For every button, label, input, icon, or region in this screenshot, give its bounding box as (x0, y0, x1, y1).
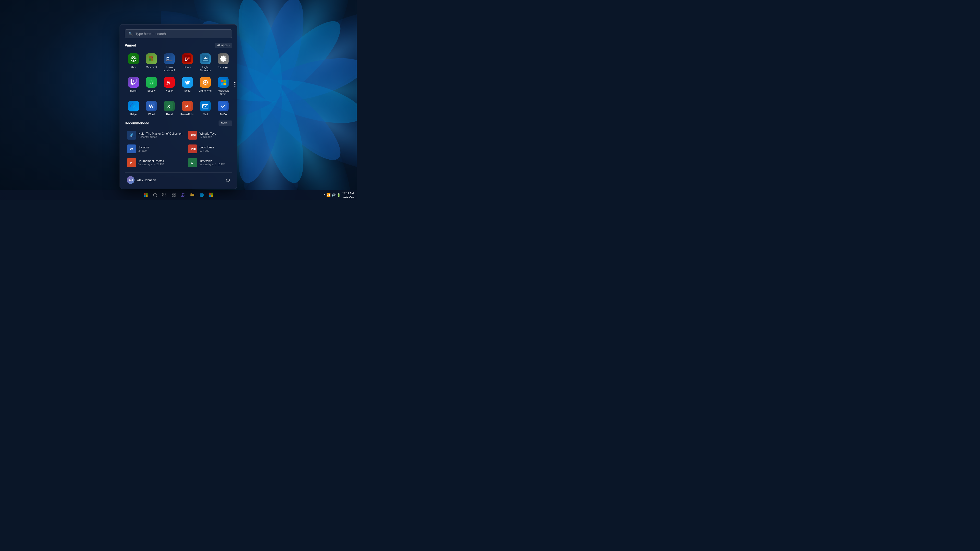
taskbar-center-icons (142, 191, 215, 199)
all-apps-button[interactable]: All apps › (215, 43, 232, 48)
timetable-icon: X (188, 158, 197, 167)
recommended-grid: HALO Halo: The Master Chief Collection R… (125, 129, 232, 169)
tournament-time: Yesterday at 4:24 PM (138, 163, 182, 166)
taskbar-widgets-button[interactable] (170, 191, 178, 199)
taskbar-search-button[interactable] (151, 191, 159, 199)
spotify-icon (146, 77, 157, 88)
pinned-app-grid: Xbox Minecraft (125, 51, 232, 118)
syllabus-icon: W (127, 144, 136, 153)
settings-icon (218, 53, 229, 64)
minecraft-icon (146, 53, 157, 64)
app-item-spotify[interactable]: Spotify (143, 75, 160, 97)
syllabus-time: 2h ago (138, 149, 182, 152)
pinned-section-header: Pinned All apps › (125, 43, 232, 48)
start-menu-bottom-row: AJ Alex Johnson (125, 172, 232, 185)
rec-item-tournament[interactable]: P Tournament Photos Yesterday at 4:24 PM (125, 156, 185, 169)
app-item-word[interactable]: W Word (143, 98, 160, 118)
svg-point-39 (148, 79, 154, 85)
wifi-icon[interactable]: 📶 (326, 193, 331, 197)
start-button[interactable] (142, 191, 150, 199)
app-item-twitch[interactable]: Twitch (125, 75, 142, 97)
rec-item-halo[interactable]: HALO Halo: The Master Chief Collection R… (125, 129, 185, 141)
app-item-netflix[interactable]: N Netflix (161, 75, 178, 97)
recommended-section: Recommended More › HALO (125, 121, 232, 169)
svg-rect-29 (150, 57, 150, 58)
crunchyroll-icon (200, 77, 211, 88)
edge-icon (128, 101, 139, 111)
battery-icon[interactable]: 🔋 (337, 193, 340, 197)
mail-label: Mail (203, 113, 208, 116)
tournament-icon: P (127, 158, 136, 167)
svg-rect-92 (191, 194, 194, 196)
rec-item-wingtip[interactable]: PDF Wingtip Toys 17min ago (186, 129, 232, 141)
edge-label: Edge (130, 113, 137, 116)
svg-text:P: P (130, 161, 132, 165)
svg-point-45 (204, 81, 206, 84)
app-item-crunchyroll[interactable]: Crunchyroll (196, 75, 214, 97)
svg-rect-83 (165, 193, 166, 194)
taskbar-taskview-button[interactable] (161, 191, 168, 199)
system-clock[interactable]: 11:11 AM 10/20/21 (342, 191, 354, 199)
twitch-label: Twitch (130, 89, 137, 92)
twitch-icon (128, 77, 139, 88)
netflix-label: Netflix (165, 89, 173, 92)
more-button[interactable]: More › (218, 121, 232, 126)
mail-icon (200, 101, 211, 111)
svg-rect-79 (146, 195, 148, 197)
svg-rect-28 (151, 59, 153, 61)
app-item-doom[interactable]: D Doom (178, 51, 196, 74)
chevron-right-icon-more: › (229, 121, 229, 125)
app-item-edge[interactable]: Edge (125, 98, 142, 118)
svg-rect-88 (172, 195, 173, 197)
svg-rect-76 (144, 193, 146, 195)
taskbar-store-button[interactable] (207, 191, 215, 199)
rec-item-logo[interactable]: PDF Logo Ideas 12h ago (186, 143, 232, 155)
app-item-twitter[interactable]: Twitter (178, 75, 196, 97)
settings-label: Settings (218, 66, 228, 69)
svg-point-80 (153, 193, 156, 196)
app-item-ppt[interactable]: P PowerPoint (178, 98, 196, 118)
rec-item-syllabus[interactable]: W Syllabus 2h ago (125, 143, 185, 155)
halo-name: Halo: The Master Chief Collection (138, 132, 182, 135)
app-item-excel[interactable]: X Excel (161, 98, 178, 118)
app-item-settings[interactable]: Settings (215, 51, 232, 74)
page-dot-1 (234, 82, 235, 83)
taskbar-explorer-button[interactable] (188, 191, 196, 199)
power-button[interactable] (224, 176, 232, 184)
svg-rect-85 (165, 195, 166, 196)
svg-text:PDF: PDF (191, 148, 196, 151)
search-icon: 🔍 (128, 32, 133, 36)
clock-date: 10/20/21 (342, 195, 354, 198)
svg-point-46 (205, 80, 206, 81)
app-item-forza[interactable]: F Forza Horizon 4 (161, 51, 178, 74)
clock-time: 11:11 AM (342, 191, 354, 195)
desktop: 🔍 Type here to search Pinned All apps › (0, 0, 357, 200)
svg-rect-82 (163, 193, 164, 194)
app-item-mail[interactable]: Mail (196, 98, 214, 118)
halo-time: Recently added (138, 135, 182, 138)
timetable-time: Yesterday at 1:15 PM (199, 163, 229, 166)
taskbar-right: ∧ 📶 🔊 🔋 11:11 AM 10/20/21 (323, 191, 354, 199)
rec-item-timetable[interactable]: X Timetable Yesterday at 1:15 PM (186, 156, 232, 169)
flight-simulator-icon (200, 53, 211, 64)
app-item-todo[interactable]: To Do (215, 98, 232, 118)
app-item-flight[interactable]: Flight Simulator (196, 51, 214, 74)
search-bar[interactable]: 🔍 Type here to search (125, 29, 232, 38)
user-profile[interactable]: AJ Alex Johnson (125, 175, 158, 185)
svg-line-81 (156, 196, 157, 196)
app-item-minecraft[interactable]: Minecraft (143, 51, 160, 74)
svg-point-36 (188, 57, 189, 59)
svg-text:X: X (167, 103, 170, 109)
recommended-header: Recommended More › (125, 121, 232, 126)
volume-icon[interactable]: 🔊 (331, 193, 336, 197)
svg-rect-38 (203, 60, 208, 61)
app-item-msstore[interactable]: Microsoft Store (215, 75, 232, 97)
svg-point-90 (182, 193, 183, 194)
app-item-xbox[interactable]: Xbox (125, 51, 142, 74)
chevron-tray-icon[interactable]: ∧ (323, 194, 325, 197)
all-apps-label: All apps (217, 44, 228, 47)
svg-text:W: W (149, 103, 154, 109)
logo-ideas-time: 12h ago (199, 149, 229, 152)
taskbar-edge-button[interactable] (198, 191, 205, 199)
taskbar-teams-button[interactable] (179, 191, 187, 199)
